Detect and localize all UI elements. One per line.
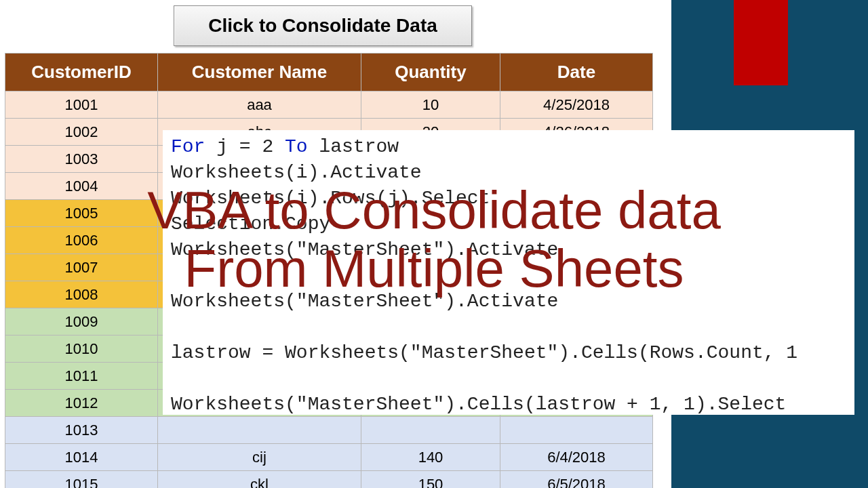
cell-date[interactable]: 4/25/2018 [500, 92, 653, 119]
cell-id[interactable]: 1006 [5, 227, 158, 254]
header-row: CustomerID Customer Name Quantity Date [5, 54, 653, 92]
cell-qty[interactable]: 140 [361, 444, 500, 471]
cell-date[interactable]: 6/4/2018 [500, 444, 653, 471]
table-row[interactable]: 1015ckl1506/5/2018 [5, 471, 653, 489]
code-line: Selection.Copy [171, 214, 330, 235]
accent-block [734, 0, 788, 85]
code-text: lastrow [308, 136, 399, 157]
cell-id[interactable]: 1014 [5, 444, 158, 471]
cell-id[interactable]: 1010 [5, 336, 158, 363]
cell-id[interactable]: 1003 [5, 146, 158, 173]
col-header-customername[interactable]: Customer Name [158, 54, 361, 92]
cell-id[interactable]: 1009 [5, 308, 158, 336]
cell-qty[interactable]: 150 [361, 471, 500, 489]
cell-id[interactable]: 1004 [5, 173, 158, 200]
table-row[interactable]: 1014cij1406/4/2018 [5, 444, 653, 471]
cell-id[interactable]: 1002 [5, 119, 158, 146]
cell-id[interactable]: 1015 [5, 471, 158, 489]
cell-id[interactable]: 1007 [5, 254, 158, 281]
cell-name[interactable] [158, 417, 361, 444]
cell-id[interactable]: 1011 [5, 363, 158, 390]
table-row[interactable]: 1001aaa104/25/2018 [5, 92, 653, 119]
code-line: Worksheets("MasterSheet").Activate [171, 239, 558, 260]
cell-id[interactable]: 1005 [5, 200, 158, 227]
vba-code-box: For j = 2 To lastrow Worksheets(i).Activ… [163, 130, 854, 415]
col-header-quantity[interactable]: Quantity [361, 54, 500, 92]
cell-name[interactable]: ckl [158, 471, 361, 489]
cell-id[interactable]: 1013 [5, 417, 158, 444]
cell-qty[interactable]: 10 [361, 92, 500, 119]
code-kw-for: For [171, 136, 205, 157]
cell-id[interactable]: 1008 [5, 281, 158, 308]
cell-qty[interactable] [361, 417, 500, 444]
col-header-date[interactable]: Date [500, 54, 653, 92]
consolidate-button[interactable]: Click to Consolidate Data [174, 5, 472, 46]
code-line: Worksheets(i).Rows(j).Select [171, 188, 490, 209]
cell-id[interactable]: 1012 [5, 390, 158, 417]
code-line: lastrow = Worksheets("MasterSheet").Cell… [171, 342, 797, 363]
code-text: j = 2 [205, 136, 285, 157]
code-line: Worksheets(i).Activate [171, 162, 422, 183]
code-line: Worksheets("MasterSheet").Activate [171, 291, 558, 312]
cell-name[interactable]: aaa [158, 92, 361, 119]
cell-id[interactable]: 1001 [5, 92, 158, 119]
code-line: Worksheets("MasterSheet").Cells(lastrow … [171, 394, 786, 415]
code-kw-to: To [285, 136, 308, 157]
cell-date[interactable]: 6/5/2018 [500, 471, 653, 489]
table-row[interactable]: 1013 [5, 417, 653, 444]
cell-name[interactable]: cij [158, 444, 361, 471]
cell-date[interactable] [500, 417, 653, 444]
col-header-customerid[interactable]: CustomerID [5, 54, 158, 92]
